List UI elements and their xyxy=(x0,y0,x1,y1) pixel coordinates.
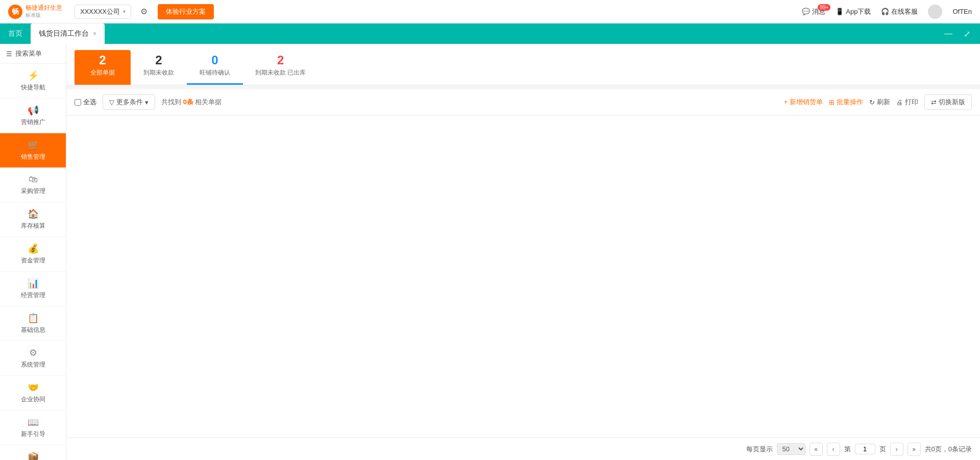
stats-tab-shipped[interactable]: 2 到期未收款 已出库 xyxy=(243,50,318,85)
prev-page-button[interactable]: ‹ xyxy=(827,443,840,456)
app-download-button[interactable]: 📱 App下载 xyxy=(836,7,871,16)
stats-tab-overdue[interactable]: 2 到期未收款 xyxy=(131,50,187,85)
content-area: 2 全部单据 2 到期未收款 0 旺铺待确认 2 到期未收款 已出库 全选 xyxy=(66,44,980,460)
filter-icon: ▽ xyxy=(109,99,114,106)
sidebar-search[interactable]: ☰ 搜索菜单 xyxy=(0,44,66,64)
tab-bar: 首页 钱货日清工作台 × — ⤢ xyxy=(0,23,980,44)
sidebar-item-label-basic-info: 基础信息 xyxy=(21,326,45,334)
toolbar-right: + 新增销货单 ⊞ 批量操作 ↻ 刷新 🖨 打印 ⇄ 切换新版 xyxy=(784,94,972,110)
message-icon: 💬 xyxy=(802,8,810,15)
tab-bar-actions: — ⤢ xyxy=(941,27,980,41)
app-center-icon: 📦 xyxy=(28,451,39,460)
logo-icon: 畅 xyxy=(8,5,22,19)
print-icon: 🖨 xyxy=(896,99,903,106)
sidebar-item-enterprise[interactable]: 🤝 企业协同 xyxy=(0,376,66,410)
stats-num-shipped: 2 xyxy=(277,54,284,66)
trial-button[interactable]: 体验行业方案 xyxy=(158,4,214,19)
per-page-label: 每页显示 xyxy=(746,445,773,454)
operations-icon: 📊 xyxy=(28,278,39,289)
table-area xyxy=(66,115,980,438)
per-page-select[interactable]: 50 10 20 100 xyxy=(777,443,805,455)
next-page-button[interactable]: › xyxy=(890,443,903,456)
stats-num-overdue: 2 xyxy=(155,54,162,66)
sidebar-item-label-sales: 销售管理 xyxy=(21,153,45,161)
basic-info-icon: 📋 xyxy=(28,312,39,324)
last-page-button[interactable]: » xyxy=(908,443,921,456)
user-avatar[interactable] xyxy=(928,5,942,19)
stats-label-all: 全部单据 xyxy=(90,68,115,77)
system-icon: ⚙ xyxy=(29,347,37,358)
found-count: 0条 xyxy=(183,98,193,106)
sidebar-item-guide[interactable]: 📖 新手引导 xyxy=(0,410,66,445)
sales-icon: 🛒 xyxy=(28,139,39,151)
sidebar-item-label-enterprise: 企业协同 xyxy=(21,395,45,404)
messages-button[interactable]: 💬 消息 99+ xyxy=(802,7,825,16)
found-prefix: 共找到 xyxy=(161,98,181,106)
tab-expand-button[interactable]: ⤢ xyxy=(960,27,974,41)
sidebar-search-label: 搜索菜单 xyxy=(15,49,42,58)
page-number-input[interactable] xyxy=(855,444,875,454)
select-all-checkbox[interactable]: 全选 xyxy=(75,98,96,107)
sidebar-item-purchase[interactable]: 🛍 采购管理 xyxy=(0,168,66,202)
sidebar-item-operations[interactable]: 📊 经营管理 xyxy=(0,272,66,306)
tab-home[interactable]: 首页 xyxy=(0,23,31,44)
total-label: 共0页，0条记录 xyxy=(925,445,972,454)
app-download-icon: 📱 xyxy=(836,8,844,15)
sidebar-item-system[interactable]: ⚙ 系统管理 xyxy=(0,341,66,376)
finance-icon: 💰 xyxy=(28,243,39,254)
print-button[interactable]: 🖨 打印 xyxy=(896,98,918,107)
sidebar-item-label-purchase: 采购管理 xyxy=(21,187,45,196)
switch-label: 切换新版 xyxy=(939,98,965,107)
print-label: 打印 xyxy=(905,98,918,107)
pagination: 每页显示 50 10 20 100 « ‹ 第 页 › » 共0页，0条记录 xyxy=(66,438,980,460)
batch-icon: ⊞ xyxy=(829,99,835,106)
select-all-input[interactable] xyxy=(75,99,81,106)
filter-button[interactable]: ▽ 更多条件 ▾ xyxy=(103,94,155,110)
sidebar-item-basic-info[interactable]: 📋 基础信息 xyxy=(0,306,66,341)
user-name[interactable]: OfTEn xyxy=(952,8,972,15)
sidebar-item-label-guide: 新手引导 xyxy=(21,430,45,439)
select-all-label: 全选 xyxy=(83,98,96,107)
tab-minimize-button[interactable]: — xyxy=(941,27,955,41)
stats-tab-pending[interactable]: 0 旺铺待确认 xyxy=(187,50,243,85)
app-download-label: App下载 xyxy=(846,7,871,16)
stats-num-all: 2 xyxy=(99,54,106,66)
add-sales-order-button[interactable]: + 新增销货单 xyxy=(784,98,823,107)
switch-icon: ⇄ xyxy=(931,99,937,106)
batch-label: 批量操作 xyxy=(837,98,863,107)
sidebar-item-sales[interactable]: 🛒 销售管理 xyxy=(0,133,66,168)
refresh-button[interactable]: ↻ 刷新 xyxy=(869,98,890,107)
logo-sub: 标准版 xyxy=(26,12,62,19)
company-dropdown-arrow: ▾ xyxy=(123,9,126,14)
refresh-icon: ↻ xyxy=(869,99,875,106)
tab-workbench[interactable]: 钱货日清工作台 × xyxy=(31,23,105,44)
sidebar-item-label-quick-nav: 快捷导航 xyxy=(21,83,45,92)
sidebar-item-app-center[interactable]: 📦 应用中心 xyxy=(0,445,66,460)
filter-label: 更多条件 xyxy=(116,98,143,107)
sidebar-item-label-finance: 资金管理 xyxy=(21,256,45,265)
inventory-icon: 🏠 xyxy=(28,208,39,220)
sidebar-item-quick-nav[interactable]: ⚡ 快捷导航 xyxy=(0,64,66,99)
toolbar: 全选 ▽ 更多条件 ▾ 共找到 0条 相关单据 + 新增销货单 ⊞ 批量操作 ↻ xyxy=(66,89,980,115)
tab-home-label: 首页 xyxy=(8,29,22,38)
tab-close-button[interactable]: × xyxy=(93,30,96,37)
stats-label-pending: 旺铺待确认 xyxy=(200,68,230,77)
settings-button[interactable]: ⚙ xyxy=(136,4,152,19)
found-suffix: 相关单据 xyxy=(195,98,222,106)
stats-tabs: 2 全部单据 2 到期未收款 0 旺铺待确认 2 到期未收款 已出库 xyxy=(66,44,980,85)
page-prefix: 第 xyxy=(844,445,851,454)
quick-nav-icon: ⚡ xyxy=(28,70,39,81)
switch-version-button[interactable]: ⇄ 切换新版 xyxy=(924,94,972,110)
sidebar-item-inventory[interactable]: 🏠 库存核算 xyxy=(0,202,66,237)
company-selector[interactable]: XXXXXX公司 ▾ xyxy=(75,5,131,19)
batch-operation-button[interactable]: ⊞ 批量操作 xyxy=(829,98,863,107)
first-page-button[interactable]: « xyxy=(810,443,823,456)
online-service-button[interactable]: 🎧 在线客服 xyxy=(881,7,918,16)
top-header: 畅 畅捷通好生意 标准版 XXXXXX公司 ▾ ⚙ 体验行业方案 💬 消息 99… xyxy=(0,0,980,23)
sidebar-item-finance[interactable]: 💰 资金管理 xyxy=(0,237,66,272)
stats-tab-all[interactable]: 2 全部单据 xyxy=(75,50,131,85)
guide-icon: 📖 xyxy=(28,417,39,428)
page-suffix: 页 xyxy=(879,445,886,454)
found-text: 共找到 0条 相关单据 xyxy=(161,98,222,107)
sidebar-item-marketing[interactable]: 📢 营销推广 xyxy=(0,99,66,133)
